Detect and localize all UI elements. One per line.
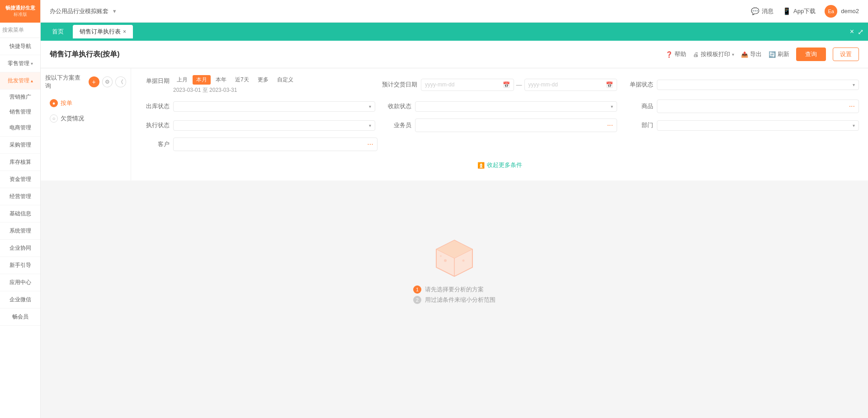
date-tab-last-month[interactable]: 上月 — [173, 75, 191, 85]
content-area: 销售订单执行表(按单) ❓ 帮助 🖨 按模板打印 ▾ 📤 导出 🔄 刷新 — [41, 41, 868, 418]
empty-step-2: 2 用过滤条件来缩小分析范围 — [413, 296, 495, 304]
out-status-label: 出库状态 — [140, 102, 170, 110]
customer-select[interactable]: ··· — [173, 138, 377, 151]
tab-close-icon[interactable]: × — [123, 28, 126, 35]
industry-label: 办公用品行业模拟账套 — [50, 7, 108, 15]
sidebar-item-wholesale[interactable]: 批发管理 ▴ — [0, 72, 40, 90]
inventory-label: 库存核算 — [9, 159, 31, 165]
receive-status-dropdown-icon: ▾ — [611, 104, 613, 109]
refresh-btn[interactable]: 🔄 刷新 — [769, 50, 789, 58]
status-select[interactable]: ▾ — [657, 80, 859, 90]
step2-text: 用过滤条件来缩小分析范围 — [425, 296, 495, 304]
sidebar-item-newbie[interactable]: 新手引导 — [0, 257, 40, 274]
sidebar-search-item[interactable]: 搜索菜单 — [0, 23, 40, 38]
date-tab-more[interactable]: 更多 — [254, 75, 272, 85]
sidebar-item-operations[interactable]: 经营管理 — [0, 188, 40, 205]
app-download-btn[interactable]: 📱 App下载 — [783, 7, 816, 15]
help-btn[interactable]: ❓ 帮助 — [665, 50, 686, 58]
sidebar-item-wechat[interactable]: 企业微信 — [0, 291, 40, 309]
date-tabs-row: 上月 本月 本年 近7天 更多 自定义 — [173, 75, 375, 85]
print-btn[interactable]: 🖨 按模板打印 ▾ — [693, 50, 734, 58]
product-label: 商品 — [624, 102, 653, 110]
delivery-date-range: yyyy-mm-dd 📅 — yyyy-mm-dd 📅 — [421, 79, 617, 91]
svg-point-3 — [444, 259, 447, 262]
app-download-icon: 📱 — [783, 7, 791, 15]
setting-button[interactable]: 设置 — [833, 48, 859, 61]
maximize-btn[interactable]: ⤢ — [858, 28, 863, 36]
page-actions: ❓ 帮助 🖨 按模板打印 ▾ 📤 导出 🔄 刷新 查询 设置 — [665, 48, 859, 61]
main-area: 办公用品行业模拟账套 ▾ 💬 消息 📱 App下载 Ea demo2 首页 — [41, 0, 868, 418]
user-profile-btn[interactable]: Ea demo2 — [825, 5, 859, 18]
exec-status-select[interactable]: ▾ — [173, 120, 375, 131]
date-tab-this-month[interactable]: 本月 — [193, 75, 211, 85]
sidebar-item-marketing[interactable]: 营销推广 — [0, 90, 40, 104]
delivery-date-start-input[interactable]: yyyy-mm-dd 📅 — [421, 79, 514, 91]
user-label: demo2 — [841, 8, 859, 14]
date-tab-this-year[interactable]: 本年 — [212, 75, 230, 85]
sidebar-item-inventory[interactable]: 库存核算 — [0, 154, 40, 171]
sidebar-item-sales[interactable]: 销售管理 — [0, 104, 40, 119]
sidebar-item-enterprise[interactable]: 企业协同 — [0, 240, 40, 257]
app-logo: 畅捷通好生意 标准版 — [0, 0, 40, 23]
message-btn[interactable]: 💬 消息 — [751, 7, 774, 15]
finance-label: 资金管理 — [9, 176, 31, 182]
collapse-up-icon: ⏫ — [477, 162, 485, 169]
filter-receive-status-item: 收款状态 ▾ — [382, 101, 617, 112]
date-tab-7days[interactable]: 近7天 — [231, 75, 253, 85]
tab-home[interactable]: 首页 — [45, 25, 71, 38]
filter-status-item: 单据状态 ▾ — [624, 80, 859, 90]
customer-label: 客户 — [140, 140, 170, 148]
calendar-start-icon: 📅 — [503, 81, 510, 88]
retail-arrow: ▾ — [31, 61, 33, 66]
left-panel: 按以下方案查询 + ⚙ 《 ● 按单 ○ 欠货情况 — [41, 68, 131, 180]
basic-label: 基础信息 — [9, 210, 31, 217]
sidebar-item-basic[interactable]: 基础信息 — [0, 205, 40, 223]
sidebar-item-appcenter[interactable]: 应用中心 — [0, 274, 40, 291]
delivery-date-end-input[interactable]: yyyy-mm-dd 📅 — [524, 79, 618, 91]
filter-exec-status-item: 执行状态 ▾ — [140, 120, 375, 131]
out-status-dropdown-icon: ▾ — [369, 104, 371, 109]
tabbar-right-actions: × ⤢ — [850, 28, 863, 36]
collapse-more-label: 收起更多条件 — [487, 161, 522, 169]
content-body: 1 请先选择要分析的方案 2 用过滤条件来缩小分析范围 — [41, 180, 868, 361]
sidebar-item-system[interactable]: 系统管理 — [0, 223, 40, 240]
step1-text: 请先选择要分析的方案 — [425, 285, 484, 294]
message-label: 消息 — [762, 7, 774, 15]
customer-more-icon: ··· — [367, 140, 373, 148]
topbar-right: 💬 消息 📱 App下载 Ea demo2 — [751, 5, 859, 18]
status-dropdown-icon: ▾ — [853, 82, 855, 87]
tab-sales-order[interactable]: 销售订单执行表 × — [73, 25, 133, 38]
scheme-setting-btn[interactable]: ⚙ — [102, 76, 113, 87]
export-btn[interactable]: 📤 导出 — [741, 50, 762, 58]
collapse-panel-btn[interactable]: 《 — [115, 76, 126, 87]
filter-content: 单据日期 上月 本月 本年 近7天 更多 自定义 2023-03-01 至 20… — [131, 68, 868, 180]
empty-illustration — [432, 236, 477, 281]
collapse-more-btn[interactable]: ⏫ 收起更多条件 — [477, 161, 522, 169]
scheme-shortage-item[interactable]: ○ 欠货情况 — [45, 111, 126, 126]
out-status-select[interactable]: ▾ — [173, 101, 375, 112]
dept-dropdown-icon: ▾ — [853, 123, 855, 128]
sidebar-item-finance[interactable]: 资金管理 — [0, 171, 40, 188]
close-window-btn[interactable]: × — [850, 28, 854, 36]
scheme-by-order-item[interactable]: ● 按单 — [45, 95, 126, 111]
svg-point-5 — [462, 260, 465, 262]
print-label: 按模板打印 — [701, 50, 730, 58]
filter-date-item: 单据日期 上月 本月 本年 近7天 更多 自定义 2023-03-01 至 20… — [140, 75, 375, 94]
date-tab-custom[interactable]: 自定义 — [274, 75, 297, 85]
filter-customer-item: 客户 ··· — [140, 138, 377, 151]
step1-num: 1 — [413, 285, 421, 294]
query-button[interactable]: 查询 — [796, 48, 826, 61]
receive-status-select[interactable]: ▾ — [415, 101, 617, 112]
add-scheme-btn[interactable]: + — [89, 76, 99, 87]
industry-dropdown-icon[interactable]: ▾ — [113, 8, 116, 14]
sidebar-item-purchase[interactable]: 采购管理 — [0, 137, 40, 154]
shortage-label: 欠货情况 — [61, 114, 84, 123]
wholesale-label: 批发管理 — [8, 77, 29, 85]
sidebar-item-retail[interactable]: 零售管理 ▾ — [0, 55, 40, 72]
dept-select[interactable]: ▾ — [657, 120, 859, 131]
sidebar-item-quicknav[interactable]: 快捷导航 — [0, 38, 40, 55]
salesman-select[interactable]: ··· — [415, 119, 617, 132]
sidebar-item-vip[interactable]: 畅会员 — [0, 309, 40, 326]
sidebar-item-ecommerce[interactable]: 电商管理 — [0, 119, 40, 137]
product-select[interactable]: ··· — [657, 100, 859, 113]
